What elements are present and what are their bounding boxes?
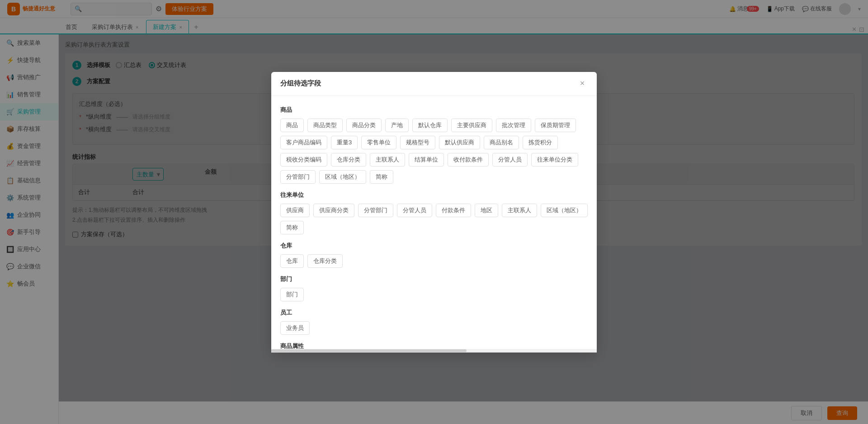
tag-product-6[interactable]: 批次管理: [496, 119, 531, 132]
tag-grid-employee: 业务员: [280, 321, 588, 335]
tag-grid-warehouse: 仓库 仓库分类: [280, 254, 588, 268]
section-title-product: 商品: [280, 106, 588, 114]
tag-cpart-2[interactable]: 分管部门: [358, 204, 393, 217]
tag-product-18[interactable]: 结算单位: [409, 153, 444, 167]
tag-product-1[interactable]: 商品类型: [307, 119, 343, 132]
tag-product-19[interactable]: 收付款条件: [448, 153, 489, 167]
tag-product-14[interactable]: 拣货积分: [523, 136, 558, 149]
tag-cpart-8[interactable]: 简称: [280, 221, 304, 234]
tag-product-24[interactable]: 简称: [370, 170, 393, 184]
modal-hscroll[interactable]: [271, 349, 597, 353]
tag-product-11[interactable]: 规格型号: [400, 136, 435, 149]
tag-product-13[interactable]: 商品别名: [484, 136, 519, 149]
section-title-employee: 员工: [280, 309, 588, 317]
modal-close-button[interactable]: ×: [577, 78, 588, 89]
modal-header: 分组待选字段 ×: [271, 72, 597, 96]
tag-cpart-6[interactable]: 主联系人: [502, 204, 537, 217]
section-title-dept: 部门: [280, 275, 588, 283]
tag-product-3[interactable]: 产地: [385, 119, 409, 132]
tag-product-16[interactable]: 仓库分类: [331, 153, 366, 167]
section-title-warehouse: 仓库: [280, 242, 588, 250]
tag-product-2[interactable]: 商品分类: [346, 119, 382, 132]
modal-body[interactable]: 商品 商品 商品类型 商品分类 产地 默认仓库 主要供应商 批次管理 保质期管理…: [271, 96, 597, 349]
tag-product-5[interactable]: 主要供应商: [451, 119, 492, 132]
modal-hscroll-thumb: [271, 349, 467, 352]
tag-product-0[interactable]: 商品: [280, 119, 304, 132]
tag-cpart-3[interactable]: 分管人员: [397, 204, 432, 217]
tag-product-4[interactable]: 默认仓库: [412, 119, 448, 132]
tag-product-23[interactable]: 区域（地区）: [319, 170, 366, 184]
modal-dialog: 分组待选字段 × 商品 商品 商品类型 商品分类 产地 默认仓库 主要供应商 批…: [271, 72, 597, 353]
tag-product-9[interactable]: 重量3: [331, 136, 358, 149]
tag-product-17[interactable]: 主联系人: [370, 153, 405, 167]
tag-product-7[interactable]: 保质期管理: [535, 119, 576, 132]
tag-cpart-4[interactable]: 付款条件: [436, 204, 471, 217]
tag-cpart-0[interactable]: 供应商: [280, 204, 310, 217]
modal-overlay: 分组待选字段 × 商品 商品 商品类型 商品分类 产地 默认仓库 主要供应商 批…: [0, 0, 868, 424]
tag-wh-1[interactable]: 仓库分类: [307, 254, 343, 268]
tag-emp-0[interactable]: 业务员: [280, 321, 310, 335]
tag-wh-0[interactable]: 仓库: [280, 254, 304, 268]
section-title-counterpart: 往来单位: [280, 191, 588, 199]
tag-cpart-1[interactable]: 供应商分类: [313, 204, 354, 217]
tag-grid-counterpart: 供应商 供应商分类 分管部门 分管人员 付款条件 地区 主联系人 区域（地区） …: [280, 204, 588, 234]
section-title-product-attr: 商品属性: [280, 342, 588, 349]
tag-cpart-5[interactable]: 地区: [475, 204, 498, 217]
tag-product-12[interactable]: 默认供应商: [439, 136, 480, 149]
tag-product-10[interactable]: 零售单位: [361, 136, 396, 149]
tag-product-8[interactable]: 客户商品编码: [280, 136, 327, 149]
tag-product-15[interactable]: 税收分类编码: [280, 153, 327, 167]
tag-dept-0[interactable]: 部门: [280, 288, 304, 301]
tag-cpart-7[interactable]: 区域（地区）: [541, 204, 588, 217]
tag-product-21[interactable]: 往来单位分类: [531, 153, 578, 167]
tag-grid-dept: 部门: [280, 288, 588, 301]
tag-product-20[interactable]: 分管人员: [492, 153, 528, 167]
tag-grid-product: 商品 商品类型 商品分类 产地 默认仓库 主要供应商 批次管理 保质期管理 客户…: [280, 119, 588, 184]
modal-title: 分组待选字段: [280, 79, 321, 88]
tag-product-22[interactable]: 分管部门: [280, 170, 316, 184]
